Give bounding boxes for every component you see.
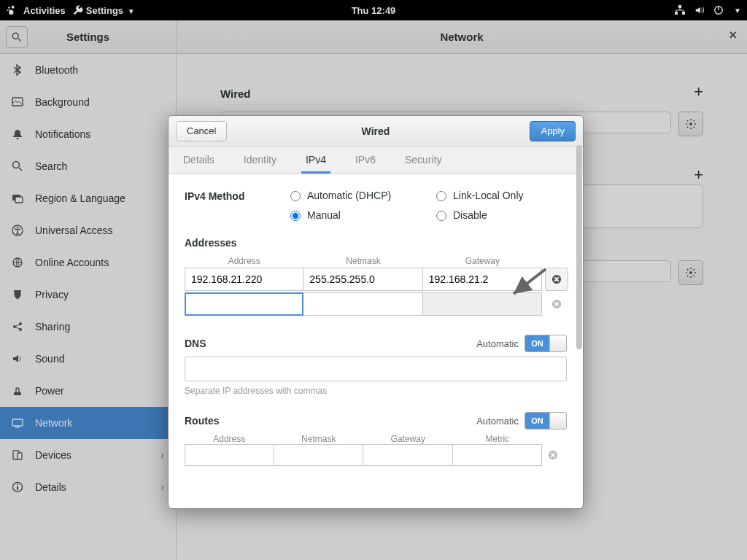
addresses-title: Addresses — [185, 237, 567, 249]
svg-point-1 — [8, 7, 9, 8]
radio-disable[interactable]: Disable — [433, 209, 564, 221]
radio-manual[interactable]: Manual — [287, 209, 433, 221]
dns-automatic-toggle[interactable]: ON — [525, 335, 567, 352]
svg-point-0 — [12, 6, 15, 9]
radio-link-local-only[interactable]: Link-Local Only — [433, 189, 564, 201]
system-menu-caret-icon[interactable]: ▼ — [734, 7, 741, 15]
cancel-button[interactable]: Cancel — [176, 121, 227, 141]
activities-button[interactable]: Activities — [23, 5, 66, 16]
gnome-topbar: Activities Settings ▼ Thu 12:49 ▼ — [0, 0, 747, 20]
apply-button[interactable]: Apply — [530, 121, 576, 141]
col-gateway: Gateway — [423, 256, 542, 266]
radio-automatic-dhcp-[interactable]: Automatic (DHCP) — [287, 189, 433, 201]
wrench-icon — [73, 5, 83, 15]
tab-security[interactable]: Security — [400, 148, 446, 174]
delete-route-button — [542, 444, 564, 466]
svg-rect-4 — [675, 12, 678, 15]
dns-title: DNS — [185, 338, 206, 349]
routes-automatic-toggle[interactable]: ON — [525, 412, 567, 429]
tab-details[interactable]: Details — [179, 148, 219, 174]
dns-hint: Separate IP addresses with commas — [185, 386, 567, 396]
clock[interactable]: Thu 12:49 — [352, 5, 396, 16]
tab-ipv4[interactable]: IPv4 — [301, 148, 330, 174]
power-icon[interactable] — [713, 5, 724, 15]
dialog-tabs: DetailsIdentityIPv4IPv6Security — [169, 147, 583, 174]
routes-col-gateway: Gateway — [363, 434, 453, 444]
gnome-logo-icon — [6, 5, 16, 15]
col-address: Address — [185, 256, 303, 266]
route-netmask-input[interactable] — [274, 444, 364, 466]
network-status-icon[interactable] — [674, 5, 686, 15]
tab-ipv6[interactable]: IPv6 — [351, 148, 380, 174]
routes-col-netmask: Netmask — [274, 434, 364, 444]
routes-col-address: Address — [185, 434, 274, 444]
svg-point-2 — [7, 9, 9, 11]
volume-icon[interactable] — [694, 5, 705, 15]
svg-rect-3 — [678, 5, 681, 8]
routes-automatic-label: Automatic — [476, 416, 519, 427]
delete-address-button-disabled — [545, 292, 568, 316]
tab-identity[interactable]: Identity — [239, 148, 281, 174]
col-netmask: Netmask — [303, 256, 422, 266]
svg-rect-5 — [682, 12, 685, 15]
wired-settings-dialog: Cancel Wired Apply DetailsIdentityIPv4IP… — [168, 115, 584, 509]
dialog-title: Wired — [362, 125, 390, 137]
dns-automatic-label: Automatic — [476, 338, 519, 349]
ipv4-method-label: IPv4 Method — [185, 189, 287, 202]
gateway-input[interactable] — [423, 268, 542, 291]
gateway-input-empty[interactable] — [423, 292, 542, 316]
dialog-scrollbar[interactable] — [576, 145, 582, 502]
route-metric-input[interactable] — [453, 444, 543, 466]
routes-title: Routes — [185, 415, 219, 427]
routes-col-metric: Metric — [453, 434, 543, 444]
address-input-empty[interactable] — [185, 292, 303, 316]
address-input[interactable] — [185, 268, 303, 291]
delete-address-button[interactable] — [545, 268, 568, 291]
route-address-input[interactable] — [185, 444, 274, 466]
route-gateway-input[interactable] — [363, 444, 453, 466]
dns-input[interactable] — [185, 357, 567, 381]
app-menu[interactable]: Settings ▼ — [86, 5, 135, 16]
netmask-input-empty[interactable] — [303, 292, 422, 316]
netmask-input[interactable] — [303, 268, 422, 291]
